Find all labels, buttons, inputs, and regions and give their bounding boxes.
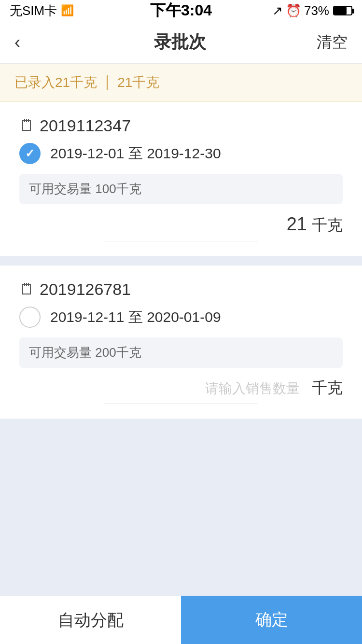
batch-1-amount-row: 21 千克 [0, 204, 362, 236]
check-icon: ✓ [25, 147, 35, 160]
batch-card-1: 🗒 2019112347 ✓ 2019-12-01 至 2019-12-30 可… [0, 102, 362, 256]
batch-1-header: 🗒 2019112347 [19, 116, 343, 135]
batch-2-content: 🗒 2019126781 2019-12-11 至 2020-01-09 可用交… [0, 266, 362, 368]
status-right: ↗ ⏰ 73% [272, 3, 352, 18]
total-label: 21千克 [117, 73, 159, 92]
nav-bar: ‹ 录批次 清空 [0, 21, 362, 64]
back-button[interactable]: ‹ [14, 32, 43, 53]
location-icon: ↗ [272, 3, 283, 18]
batch-card-2: 🗒 2019126781 2019-12-11 至 2020-01-09 可用交… [0, 266, 362, 419]
batch-2-input-row: 千克 [0, 368, 362, 399]
batch-2-avail: 可用交易量 200千克 [19, 337, 343, 368]
auto-distribute-button[interactable]: 自动分配 [0, 596, 181, 644]
batch-1-date-row: ✓ 2019-12-01 至 2019-12-30 [19, 143, 343, 164]
batch-2-radio[interactable] [19, 307, 41, 328]
batch-2-unit: 千克 [312, 378, 343, 399]
batch-2-date-row: 2019-12-11 至 2020-01-09 [19, 307, 343, 328]
batch-1-unit: 千克 [312, 215, 343, 236]
info-banner: 已录入21千克 21千克 [0, 64, 362, 102]
sim-text: 无SIM卡 [10, 2, 57, 19]
batch-1-icon: 🗒 [19, 117, 35, 135]
info-divider [107, 75, 108, 90]
recorded-label: 已录入21千克 [14, 73, 97, 92]
batch-2-date: 2019-12-11 至 2020-01-09 [50, 308, 221, 327]
status-time: 下午3:04 [150, 0, 212, 21]
section-separator [0, 256, 362, 266]
alarm-icon: ⏰ [286, 3, 301, 18]
battery-percent: 73% [304, 3, 329, 18]
batch-2-header: 🗒 2019126781 [19, 280, 343, 299]
battery-icon [333, 6, 352, 15]
clear-button[interactable]: 清空 [317, 32, 348, 53]
main-content: 🗒 2019112347 ✓ 2019-12-01 至 2019-12-30 可… [0, 102, 362, 644]
status-left: 无SIM卡 📶 [10, 2, 74, 19]
batch-1-id: 2019112347 [40, 116, 131, 135]
batch-2-icon: 🗒 [19, 280, 35, 298]
confirm-button[interactable]: 确定 [181, 596, 362, 644]
qty-input[interactable] [172, 378, 307, 397]
page-title: 录批次 [154, 30, 206, 54]
status-bar: 无SIM卡 📶 下午3:04 ↗ ⏰ 73% [0, 0, 362, 21]
wifi-icon: 📶 [61, 4, 74, 17]
batch-1-amount: 21 [287, 214, 307, 235]
batch-2-id: 2019126781 [40, 280, 131, 299]
batch-1-radio[interactable]: ✓ [19, 143, 41, 164]
bottom-bar: 自动分配 确定 [0, 596, 362, 644]
batch-1-date: 2019-12-01 至 2019-12-30 [50, 144, 221, 164]
batch-1-avail: 可用交易量 100千克 [19, 174, 343, 204]
batch-1-content: 🗒 2019112347 ✓ 2019-12-01 至 2019-12-30 可… [0, 102, 362, 204]
